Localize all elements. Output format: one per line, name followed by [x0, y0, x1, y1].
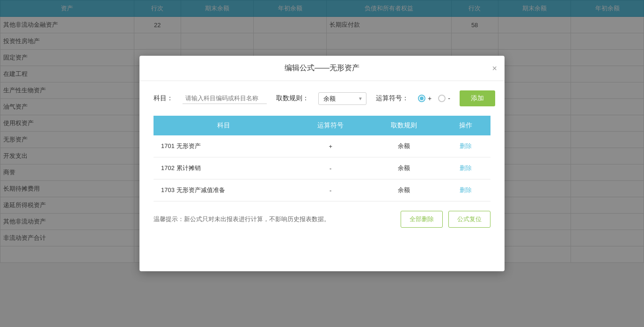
- row1-delete-link[interactable]: 删除: [460, 142, 472, 149]
- row1-action: 删除: [440, 135, 490, 157]
- modal-header: 编辑公式——无形资产 ×: [139, 56, 505, 81]
- radio-plus-label: +: [428, 95, 432, 102]
- modal-footer: 温馨提示：新公式只对未出报表进行计算，不影响历史报表数据。 全部删除 公式复位: [139, 201, 505, 232]
- table-row: 1703 无形资产减值准备 - 余额 删除: [154, 179, 490, 201]
- col-header-action: 操作: [440, 116, 490, 135]
- row3-operator: -: [294, 179, 367, 201]
- footer-tip-text: 温馨提示：新公式只对未出报表进行计算，不影响历史报表数据。: [154, 215, 330, 223]
- subject-input[interactable]: [183, 93, 267, 104]
- row3-subject: 1703 无形资产减值准备: [154, 179, 294, 201]
- radio-minus-item[interactable]: -: [438, 95, 450, 102]
- table-header-row: 科目 运算符号 取数规则 操作: [154, 116, 490, 135]
- col-header-rule: 取数规则: [367, 116, 441, 135]
- radio-minus-label: -: [448, 95, 450, 102]
- modal-dialog: 编辑公式——无形资产 × 科目： 取数规则： 余额 借方 贷方 借方发生额 贷方…: [139, 56, 505, 271]
- formula-table: 科目 运算符号 取数规则 操作 1701 无形资产 + 余额 删除: [154, 116, 490, 201]
- radio-minus-circle: [438, 95, 446, 102]
- row2-subject: 1702 累计摊销: [154, 157, 294, 179]
- radio-plus-item[interactable]: +: [418, 95, 432, 102]
- rule-select-wrap: 余额 借方 贷方 借方发生额 贷方发生额 ▼: [318, 92, 366, 105]
- row1-rule: 余额: [367, 135, 441, 157]
- radio-plus-circle: [418, 95, 425, 102]
- col-header-subject: 科目: [154, 116, 294, 135]
- rule-label: 取数规则：: [276, 94, 309, 103]
- table-row: 1702 累计摊销 - 余额 删除: [154, 157, 490, 179]
- modal-title: 编辑公式——无形资产: [285, 63, 359, 73]
- operator-radio-group: + -: [418, 95, 450, 102]
- form-row: 科目： 取数规则： 余额 借方 贷方 借方发生额 贷方发生额 ▼ 运算符号： +: [139, 81, 505, 116]
- row3-rule: 余额: [367, 179, 441, 201]
- rule-select[interactable]: 余额 借方 贷方 借方发生额 贷方发生额: [318, 92, 366, 105]
- footer-buttons-group: 全部删除 公式复位: [401, 211, 490, 228]
- row2-delete-link[interactable]: 删除: [460, 164, 472, 171]
- col-header-operator: 运算符号: [294, 116, 367, 135]
- row3-action: 删除: [440, 179, 490, 201]
- operator-label: 运算符号：: [376, 94, 409, 103]
- row2-rule: 余额: [367, 157, 441, 179]
- row3-delete-link[interactable]: 删除: [460, 186, 472, 193]
- row1-operator: +: [294, 135, 367, 157]
- subject-label: 科目：: [154, 94, 173, 103]
- row2-operator: -: [294, 157, 367, 179]
- data-table-section: 科目 运算符号 取数规则 操作 1701 无形资产 + 余额 删除: [139, 116, 505, 201]
- reset-formula-button[interactable]: 公式复位: [448, 211, 490, 228]
- row1-subject: 1701 无形资产: [154, 135, 294, 157]
- modal-close-button[interactable]: ×: [492, 64, 497, 73]
- delete-all-button[interactable]: 全部删除: [401, 211, 443, 228]
- table-row: 1701 无形资产 + 余额 删除: [154, 135, 490, 157]
- add-button[interactable]: 添加: [460, 90, 495, 106]
- modal-overlay: 编辑公式——无形资产 × 科目： 取数规则： 余额 借方 贷方 借方发生额 贷方…: [0, 0, 644, 327]
- row2-action: 删除: [440, 157, 490, 179]
